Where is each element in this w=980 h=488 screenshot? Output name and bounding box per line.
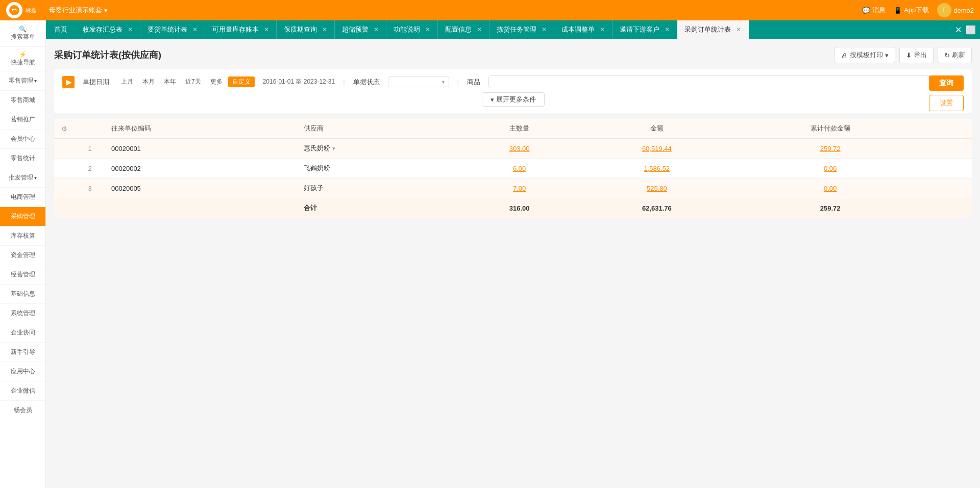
table-row[interactable]: 3 00020005 好孩子 7.00 525.80 0.00 <box>54 178 972 198</box>
row-supplier: 好孩子 <box>298 178 459 198</box>
sidebar-item-membership-label: 会员中心 <box>3 135 42 143</box>
expand-row: ▾ 展开更多条件 <box>62 92 964 107</box>
custom-date-button[interactable]: 自定义 <box>228 76 255 87</box>
tab-close-icon[interactable]: ✕ <box>477 26 482 33</box>
tab-purchase-stats[interactable]: 采购订单统计表 ✕ <box>677 20 749 39</box>
sidebar-item-marketing[interactable]: 营销推广 <box>0 110 45 130</box>
sidebar-item-operations[interactable]: 经营管理 <box>0 265 45 285</box>
row-code: 00020002 <box>105 159 298 178</box>
tab-requisition[interactable]: 要货单统计表 ✕ <box>140 20 205 39</box>
tab-overstock[interactable]: 超储预警 ✕ <box>335 20 386 39</box>
home-tab-label: 首页 <box>54 25 67 33</box>
nav-tabs-actions: ✕ ⬜ <box>955 25 980 35</box>
tab-cost-adjust[interactable]: 成本调整单 ✕ <box>554 20 612 39</box>
sidebar-item-retail-mall[interactable]: 零售商城 <box>0 91 45 110</box>
shortcut-last-month[interactable]: 上月 <box>117 76 137 88</box>
sidebar-item-purchase[interactable]: 采购管理 <box>0 207 45 226</box>
status-select[interactable]: ▾ <box>388 76 449 87</box>
export-button[interactable]: ⬇ 导出 <box>899 47 934 63</box>
sidebar-item-vip[interactable]: 畅会员 <box>0 401 45 420</box>
sidebar-item-basic-info[interactable]: 基础信息 <box>0 285 45 304</box>
print-button[interactable]: 🖨 按模板打印 ▾ <box>835 47 895 63</box>
sidebar-item-retail-management[interactable]: 零售管理 ▾ <box>0 71 45 91</box>
shortcut-7days[interactable]: 近7天 <box>182 76 205 88</box>
filter-toggle-button[interactable]: ▶ <box>62 76 75 88</box>
workspace-selector[interactable]: 母婴行业演示账套 ▾ <box>49 6 108 15</box>
expand-label: 展开更多条件 <box>496 95 536 104</box>
svg-point-0 <box>9 5 19 15</box>
sidebar-item-finance[interactable]: 资金管理 <box>0 246 45 265</box>
sidebar-item-wholesale[interactable]: 批发管理 ▾ <box>0 168 45 188</box>
row-code: 00020001 <box>105 139 298 159</box>
tab-available-stock[interactable]: 可用量库存账本 ✕ <box>205 20 277 39</box>
tab-close-icon[interactable]: ✕ <box>128 26 133 33</box>
settings-button[interactable]: 设置 <box>929 95 964 111</box>
svg-point-2 <box>15 9 16 10</box>
date-shortcuts: 上月 本月 本年 近7天 更多 自定义 <box>117 76 255 88</box>
download-icon: 📱 <box>894 7 902 14</box>
goods-search-input[interactable] <box>488 75 949 88</box>
tab-expiry[interactable]: 保质期查询 ✕ <box>277 20 335 39</box>
table-row[interactable]: 2 00020002 飞鹤奶粉 6.00 1,586.52 0.00 <box>54 159 972 178</box>
expand-more-button[interactable]: ▾ 展开更多条件 <box>482 92 545 107</box>
tab-close-icon[interactable]: ✕ <box>600 26 605 33</box>
sidebar-item-retail-stats[interactable]: 零售统计 <box>0 149 45 168</box>
row-code: 00020005 <box>105 178 298 198</box>
settings-column-icon[interactable]: ⚙ <box>61 125 67 133</box>
tab-receive-summary[interactable]: 收发存汇总表 ✕ <box>76 20 140 39</box>
tab-overstock-label: 超储预警 <box>342 25 369 34</box>
tab-expiry-label: 保质期查询 <box>284 25 317 34</box>
tab-close-icon-active[interactable]: ✕ <box>736 26 741 33</box>
sidebar-item-inventory[interactable]: 库存核算 <box>0 226 45 246</box>
sidebar-item-finance-label: 资金管理 <box>3 251 42 260</box>
tab-close-icon[interactable]: ✕ <box>665 26 670 33</box>
tab-invite-customer[interactable]: 邀请下游客户 ✕ <box>612 20 677 39</box>
shortcut-this-year[interactable]: 本年 <box>160 76 180 88</box>
sidebar-item-enterprise[interactable]: 企业协同 <box>0 323 45 343</box>
window-close-icon[interactable]: ✕ <box>955 25 962 35</box>
export-icon: ⬇ <box>906 52 912 59</box>
sidebar-item-newguide[interactable]: 新手引导 <box>0 343 45 362</box>
tab-pick-task[interactable]: 拣货任务管理 ✕ <box>489 20 554 39</box>
shortcut-this-month[interactable]: 本月 <box>139 76 158 88</box>
th-paid: 累计付款金额 <box>734 119 926 139</box>
sidebar-quick-label: 快捷导航 <box>3 58 42 67</box>
page-content: 采购订单统计表(按供应商) 🖨 按模板打印 ▾ ⬇ 导出 ↻ <box>46 39 980 488</box>
th-qty: 主数量 <box>459 119 580 139</box>
tab-close-icon[interactable]: ✕ <box>322 26 327 33</box>
expand-icon: ▾ <box>491 96 494 104</box>
tab-close-icon[interactable]: ✕ <box>374 26 379 33</box>
row-num: 2 <box>75 159 105 178</box>
tab-config[interactable]: 配置信息 ✕ <box>438 20 489 39</box>
sidebar-item-search[interactable]: 🔍 搜索菜单 <box>0 20 45 47</box>
chevron-down-icon: ▾ <box>34 78 37 84</box>
tab-close-icon[interactable]: ✕ <box>192 26 198 33</box>
message-button[interactable]: 💬 消息 <box>862 6 886 15</box>
print-icon: 🖨 <box>841 52 848 59</box>
tab-home[interactable]: 首页 <box>46 25 76 34</box>
sidebar-item-quick[interactable]: ⚡ 快捷导航 <box>0 47 45 71</box>
tab-close-icon[interactable]: ✕ <box>264 26 269 33</box>
sidebar-item-membership[interactable]: 会员中心 <box>0 130 45 149</box>
query-button[interactable]: 查询 <box>929 75 964 91</box>
sidebar: 🔍 搜索菜单 ⚡ 快捷导航 零售管理 ▾ 零售商城 营销推广 会员中心 <box>0 20 46 488</box>
data-table: ⚙ 往来单位编码 供应商 主数量 金额 累计付款金额 <box>54 119 972 218</box>
table-header-row: ⚙ 往来单位编码 供应商 主数量 金额 累计付款金额 <box>54 119 972 139</box>
refresh-button[interactable]: ↻ 刷新 <box>938 47 972 63</box>
sidebar-item-system[interactable]: 系统管理 <box>0 304 45 323</box>
shortcut-more[interactable]: 更多 <box>207 76 226 88</box>
sidebar-item-wechat[interactable]: 企业微信 <box>0 381 45 401</box>
window-expand-icon[interactable]: ⬜ <box>966 25 976 35</box>
row-paid: 259.72 <box>734 139 926 159</box>
sidebar-item-appcenter[interactable]: 应用中心 <box>0 362 45 381</box>
tab-close-icon[interactable]: ✕ <box>425 26 430 33</box>
tab-purchase-stats-label: 采购订单统计表 <box>684 25 731 34</box>
app-download-button[interactable]: 📱 App下载 <box>894 6 929 15</box>
th-amount: 金额 <box>580 119 734 139</box>
table-row[interactable]: 1 00020001 惠氏奶粉 ▾ 303.00 60,519.44 259.7… <box>54 139 972 159</box>
tab-feature[interactable]: 功能说明 ✕ <box>386 20 438 39</box>
user-profile-button[interactable]: E demo2 <box>937 3 974 17</box>
sidebar-item-ecommerce[interactable]: 电商管理 <box>0 188 45 207</box>
tab-close-icon[interactable]: ✕ <box>542 26 547 33</box>
nav-tabs: 首页 收发存汇总表 ✕ 要货单统计表 ✕ 可用量库存账本 ✕ 保质期查询 ✕ <box>46 20 980 39</box>
